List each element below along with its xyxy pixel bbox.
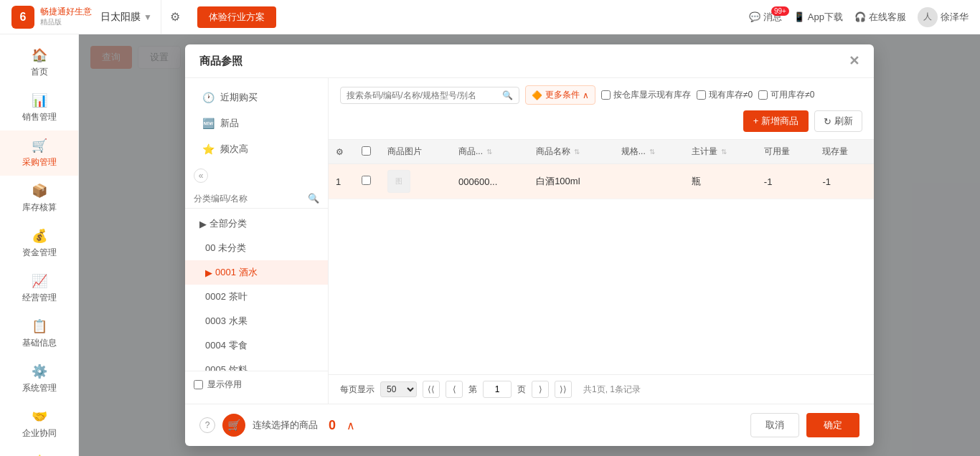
home-icon: 🏠: [32, 47, 47, 63]
product-thumbnail: 图: [387, 170, 410, 193]
category-0004[interactable]: 0004 零食: [185, 333, 328, 358]
user-avatar-item[interactable]: 人 徐泽华: [918, 7, 969, 27]
product-stock: -1: [815, 164, 874, 199]
available-stock-checkbox[interactable]: [758, 90, 768, 100]
product-available: -1: [757, 164, 816, 199]
purchase-icon: 🛒: [32, 138, 47, 153]
inventory-icon: 📦: [32, 183, 47, 199]
product-table: ⚙ 商品图片 商品...: [329, 140, 874, 199]
customer-service-nav-item[interactable]: 🎧 在线客服: [854, 11, 906, 24]
refresh-button[interactable]: ↻ 刷新: [814, 110, 862, 132]
cart-count: 0: [325, 418, 339, 433]
nav-selector[interactable]: 日太阳膜 ▼: [92, 0, 161, 34]
search-icon: 🔍: [502, 90, 513, 100]
page-suffix: 页: [517, 384, 526, 396]
modal-footer: ? 🛒 连续选择的商品 0 ∧ 取消 确定: [185, 404, 874, 446]
mobile-icon: 📱: [793, 11, 805, 22]
unit-col-header[interactable]: 主计量 ⇅: [684, 140, 757, 164]
category-0001[interactable]: ▶ 0001 酒水: [185, 260, 328, 285]
footer-buttons: 取消 确定: [750, 413, 859, 437]
collapse-cart-icon[interactable]: ∧: [347, 419, 355, 432]
first-page-button[interactable]: ⟨⟨: [423, 381, 440, 398]
operations-icon: 📈: [32, 273, 47, 289]
spec-col-header[interactable]: 规格... ⇅: [614, 140, 684, 164]
new-icon: 🆕: [202, 118, 215, 129]
product-code: 000600...: [451, 164, 529, 199]
table-body: 1 图 000600... 白酒100ml: [329, 164, 874, 199]
stock-col-header[interactable]: 现存量: [815, 140, 874, 164]
category-search-input[interactable]: [194, 194, 305, 204]
toolbar-right-actions: + 新增商品 ↻ 刷新: [743, 110, 862, 132]
sidebar-item-guide[interactable]: 🌟 新手引导: [0, 447, 78, 456]
modal-overlay: 商品参照 ✕ 🕐 近期购买 🆕: [79, 34, 980, 456]
sidebar-item-basic-info[interactable]: 📋 基础信息: [0, 311, 78, 356]
table-row[interactable]: 1 图 000600... 白酒100ml: [329, 164, 874, 199]
select-all-checkbox[interactable]: [362, 146, 371, 156]
sidebar-item-sales[interactable]: 📊 销售管理: [0, 85, 78, 130]
messages-nav-item[interactable]: 💬 消息 99+: [749, 11, 782, 24]
category-0003[interactable]: 0003 水果: [185, 309, 328, 333]
modal-title: 商品参照: [199, 54, 242, 68]
trial-button[interactable]: 体验行业方案: [197, 6, 276, 28]
clock-icon: 🕐: [202, 92, 215, 103]
name-col-header[interactable]: 商品名称 ⇅: [529, 140, 614, 164]
frequent-label: 频次高: [220, 143, 248, 156]
next-page-button[interactable]: ⟩: [532, 381, 549, 398]
per-page-label: 每页显示: [340, 384, 374, 396]
category-0002[interactable]: 0002 茶叶: [185, 285, 328, 309]
chevron-up-icon: ∧: [583, 90, 589, 100]
sidebar-item-label: 库存核算: [22, 201, 57, 214]
sidebar-item-purchase[interactable]: 🛒 采购管理: [0, 130, 78, 176]
warehouse-stock-filter[interactable]: 按仓库显示现有库存: [601, 89, 691, 101]
available-col-header[interactable]: 可用量: [757, 140, 816, 164]
image-col-header: 商品图片: [380, 140, 451, 164]
help-icon[interactable]: ?: [199, 417, 215, 433]
sort-icon: ⇅: [649, 148, 655, 156]
display-disabled-label: 显示停用: [207, 379, 242, 391]
sort-icon: ⇅: [721, 148, 727, 156]
last-page-button[interactable]: ⟩⟩: [555, 381, 572, 398]
collapse-panel-button[interactable]: «: [194, 168, 208, 183]
sidebar-item-operations[interactable]: 📈 经营管理: [0, 266, 78, 311]
category-all[interactable]: ▶ 全部分类: [185, 212, 328, 236]
sidebar-item-enterprise[interactable]: 🤝 企业协同: [0, 402, 78, 447]
warehouse-stock-checkbox[interactable]: [601, 90, 611, 100]
nonzero-stock-checkbox[interactable]: [697, 90, 706, 100]
category-search-icon[interactable]: 🔍: [308, 193, 319, 204]
category-0005[interactable]: 0005 饮料: [185, 358, 328, 371]
per-page-select[interactable]: 50 100: [380, 381, 417, 397]
product-unit: 瓶: [684, 164, 757, 199]
code-col-header[interactable]: 商品... ⇅: [451, 140, 529, 164]
app-download-nav-item[interactable]: 📱 App下载: [793, 11, 843, 24]
sidebar-item-home[interactable]: 🏠 首页: [0, 40, 78, 85]
row-index: 1: [329, 164, 354, 199]
product-search-input[interactable]: [347, 90, 499, 100]
sidebar-item-inventory[interactable]: 📦 库存核算: [0, 176, 78, 221]
nonzero-stock-label: 现有库存≠0: [709, 89, 753, 101]
product-table-area: ⚙ 商品图片 商品...: [329, 140, 874, 374]
nonzero-stock-filter[interactable]: 现有库存≠0: [697, 89, 753, 101]
add-product-button[interactable]: + 新增商品: [743, 110, 809, 132]
filter-label: 更多条件: [545, 89, 580, 101]
row-checkbox[interactable]: [362, 176, 371, 185]
sidebar-item-finance[interactable]: 💰 资金管理: [0, 221, 78, 266]
sort-icon: ⇅: [574, 148, 580, 156]
cancel-button[interactable]: 取消: [750, 413, 799, 437]
recent-purchase-item[interactable]: 🕐 近期购买: [194, 85, 319, 110]
pagination-bar: 每页显示 50 100 ⟨⟨ ⟨ 第 页 ⟩ ⟩⟩: [329, 374, 874, 404]
confirm-button[interactable]: 确定: [806, 413, 859, 437]
frequent-item[interactable]: ⭐ 频次高: [194, 137, 319, 161]
available-stock-filter[interactable]: 可用库存≠0: [758, 89, 814, 101]
headset-icon: 🎧: [854, 11, 866, 22]
settings-icon[interactable]: ⚙: [161, 10, 189, 24]
sidebar-item-system[interactable]: ⚙️ 系统管理: [0, 356, 78, 402]
more-conditions-button[interactable]: 🔶 更多条件 ∧: [525, 85, 595, 105]
product-search-box[interactable]: 🔍: [340, 87, 519, 104]
new-product-item[interactable]: 🆕 新品: [194, 111, 319, 136]
category-00[interactable]: 00 未分类: [185, 236, 328, 260]
display-disabled-checkbox[interactable]: [194, 380, 203, 389]
current-page-input[interactable]: [483, 381, 512, 398]
prev-page-button[interactable]: ⟨: [446, 381, 463, 398]
chevron-down-icon: ▼: [143, 12, 152, 22]
close-button[interactable]: ✕: [849, 53, 859, 69]
